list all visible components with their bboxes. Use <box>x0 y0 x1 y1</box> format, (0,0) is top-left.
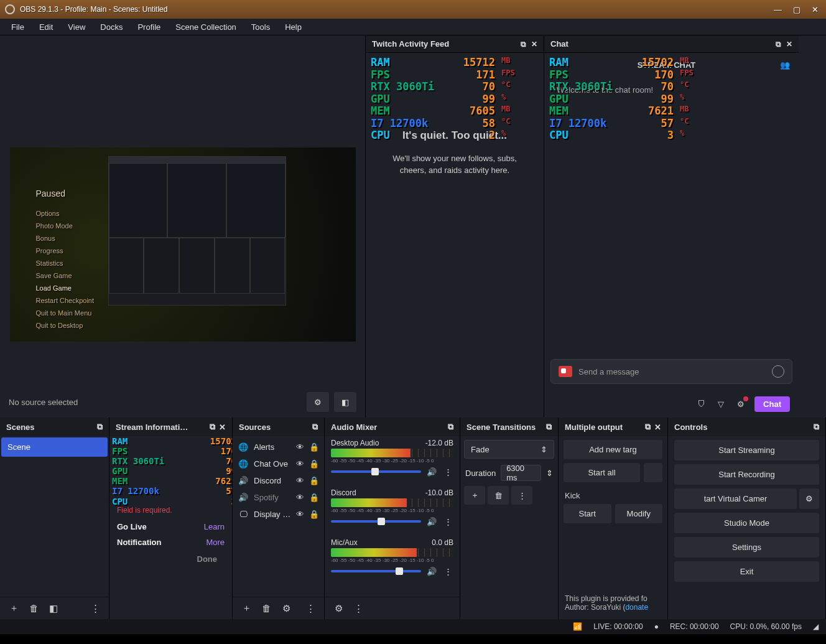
volume-slider[interactable] <box>331 470 421 473</box>
modify-button[interactable]: Modify <box>615 504 663 523</box>
source-more-button[interactable]: ⋮ <box>302 600 319 617</box>
menu-docks[interactable]: Docks <box>94 20 129 34</box>
menu-file[interactable]: File <box>5 20 30 34</box>
transition-delete-button[interactable]: 🗑 <box>488 486 509 505</box>
spinner-icon[interactable]: ⇕ <box>546 469 553 478</box>
source-settings-button[interactable]: ⚙ <box>277 600 295 617</box>
si-popout-button[interactable]: ⧉ <box>210 422 215 432</box>
preview-canvas[interactable]: Paused Options Photo Mode Bonus Progress… <box>2 38 363 389</box>
lock-icon[interactable]: 🔒 <box>309 493 319 502</box>
chat-dock: Chat ⧉ ✕ RAM15702MB FPS170FPS RTX 3060Ti… <box>544 35 799 418</box>
menubar: File Edit View Docks Profile Scene Colle… <box>0 19 826 35</box>
menu-tools[interactable]: Tools <box>245 20 276 34</box>
mixer-more-button[interactable]: ⋮ <box>350 600 367 617</box>
vcam-settings-button[interactable]: ⚙ <box>799 488 819 509</box>
lock-icon[interactable]: 🔒 <box>309 476 319 485</box>
lock-icon[interactable]: 🔒 <box>309 442 319 452</box>
source-filters-button[interactable]: ◧ <box>334 392 356 412</box>
scene-more-button[interactable]: ⋮ <box>86 600 104 617</box>
channel-more-button[interactable]: ⋮ <box>442 516 453 527</box>
virtual-camera-button[interactable]: tart Virtual Camer <box>674 488 797 509</box>
visible-icon[interactable]: 👁 <box>296 442 304 452</box>
controls-popout-button[interactable]: ⧉ <box>814 422 819 432</box>
volume-slider[interactable] <box>331 520 421 523</box>
duration-input[interactable]: 6300 ms <box>501 465 541 481</box>
filter-icon[interactable]: ▽ <box>715 398 727 410</box>
chat-placeholder: Send a message <box>578 367 766 376</box>
chat-users-icon[interactable]: 👥 <box>780 60 790 70</box>
channel-more-button[interactable]: ⋮ <box>442 566 453 577</box>
channel-more-button[interactable]: ⋮ <box>442 466 453 477</box>
emoji-icon[interactable] <box>772 365 784 378</box>
twitch-popout-button[interactable]: ⧉ <box>521 40 526 49</box>
shield-icon[interactable]: ⛉ <box>695 398 707 410</box>
chat-welcome-label: Welcome to the chat room! <box>557 85 786 95</box>
learn-link[interactable]: Learn <box>204 522 225 531</box>
maximize-button[interactable]: ▢ <box>793 5 800 14</box>
scenes-popout-button[interactable]: ⧉ <box>97 422 103 432</box>
visible-icon[interactable]: 👁 <box>296 476 304 485</box>
transition-select[interactable]: Fade⇕ <box>464 440 554 459</box>
visible-icon[interactable]: 👁 <box>296 459 304 469</box>
chat-input[interactable]: Send a message <box>550 359 792 384</box>
start-button[interactable]: Start <box>564 504 611 523</box>
scene-delete-button[interactable]: 🗑 <box>25 600 42 617</box>
source-item[interactable]: 🌐Chat Ove👁🔒 <box>233 455 324 472</box>
start-all-button[interactable]: Start all <box>564 463 640 482</box>
volume-slider[interactable] <box>331 570 421 572</box>
source-item[interactable]: 🔊Spotify👁🔒 <box>233 489 324 506</box>
source-settings-button[interactable]: ⚙ <box>307 392 329 412</box>
resize-grip-icon[interactable]: ◢ <box>813 622 819 631</box>
mixer-settings-button[interactable]: ⚙ <box>330 600 347 617</box>
settings-button[interactable]: Settings <box>674 537 819 558</box>
visible-icon[interactable]: 👁 <box>296 493 304 502</box>
mo-close-button[interactable]: ✕ <box>654 422 661 432</box>
source-item[interactable]: 🌐Alerts👁🔒 <box>233 439 324 455</box>
more-link[interactable]: More <box>206 538 225 547</box>
source-add-button[interactable]: ＋ <box>238 600 255 617</box>
speaker-icon[interactable]: 🔊 <box>426 516 437 527</box>
close-button[interactable]: ✕ <box>812 5 819 14</box>
stop-all-button[interactable] <box>644 463 662 482</box>
menu-profile[interactable]: Profile <box>131 20 167 34</box>
display-icon: 🖵 <box>238 510 249 519</box>
sources-popout-button[interactable]: ⧉ <box>312 422 318 432</box>
scene-item[interactable]: Scene <box>1 437 108 457</box>
twitch-close-button[interactable]: ✕ <box>531 40 537 49</box>
chat-popout-button[interactable]: ⧉ <box>776 40 781 49</box>
scene-filter-button[interactable]: ◧ <box>45 600 62 617</box>
live-timer: LIVE: 00:00:00 <box>593 622 643 631</box>
chat-close-button[interactable]: ✕ <box>786 40 792 49</box>
studio-mode-button[interactable]: Studio Mode <box>674 513 819 533</box>
source-delete-button[interactable]: 🗑 <box>258 600 275 617</box>
chat-settings-icon[interactable]: ⚙ <box>735 398 747 410</box>
si-close-button[interactable]: ✕ <box>219 422 226 432</box>
done-button[interactable]: Done <box>117 547 225 571</box>
exit-button[interactable]: Exit <box>674 561 819 582</box>
scenes-title: Scenes <box>6 422 93 432</box>
transition-more-button[interactable]: ⋮ <box>511 486 532 505</box>
menu-view[interactable]: View <box>62 20 91 34</box>
start-recording-button[interactable]: Start Recording <box>674 464 819 485</box>
source-item[interactable]: 🔊Discord👁🔒 <box>233 472 324 489</box>
minimize-button[interactable]: — <box>774 5 782 14</box>
transition-add-button[interactable]: ＋ <box>464 486 485 505</box>
go-live-label: Go Live <box>117 522 204 531</box>
chat-button[interactable]: Chat <box>754 396 790 412</box>
add-target-button[interactable]: Add new targ <box>564 440 662 459</box>
mo-popout-button[interactable]: ⧉ <box>645 422 651 432</box>
mixer-popout-button[interactable]: ⧉ <box>448 422 453 432</box>
donate-link[interactable]: donate <box>625 603 648 612</box>
speaker-icon[interactable]: 🔊 <box>426 566 437 577</box>
lock-icon[interactable]: 🔒 <box>309 459 319 469</box>
scene-add-button[interactable]: ＋ <box>5 600 22 617</box>
source-item[interactable]: 🖵Display Ca👁🔒 <box>233 506 324 523</box>
menu-help[interactable]: Help <box>279 20 308 34</box>
menu-scene-collection[interactable]: Scene Collection <box>169 20 243 34</box>
lock-icon[interactable]: 🔒 <box>309 510 319 519</box>
start-streaming-button[interactable]: Start Streaming <box>674 440 819 460</box>
speaker-icon[interactable]: 🔊 <box>426 466 437 477</box>
menu-edit[interactable]: Edit <box>33 20 59 34</box>
transitions-popout-button[interactable]: ⧉ <box>546 422 552 432</box>
visible-icon[interactable]: 👁 <box>296 510 304 519</box>
